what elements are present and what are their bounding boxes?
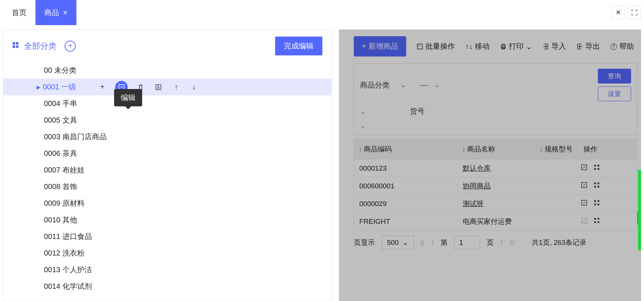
prev-page-button[interactable]: ⟨ — [431, 239, 434, 247]
table-row: 0000029测试呀 — [354, 195, 637, 212]
row-edit-icon[interactable] — [581, 182, 588, 190]
chevron-down-icon[interactable]: ⌄ — [434, 81, 440, 89]
category-item[interactable]: 0009 原材料 — [3, 195, 331, 212]
category-item[interactable]: 0008 首饰 — [3, 178, 331, 195]
green-indicator — [638, 170, 641, 250]
cell-name[interactable]: 默认仓库 — [458, 164, 535, 173]
table-row: FREIGHT电商买家付运费 — [354, 212, 637, 230]
move-up-icon[interactable]: ↑ — [171, 82, 181, 92]
category-item[interactable]: 0013 个人护洁 — [3, 261, 331, 278]
chevron-down-icon[interactable]: ⌄ — [360, 107, 366, 116]
plus-icon: + — [362, 42, 366, 51]
cell-name: 电商买家付运费 — [458, 217, 535, 226]
chevron-down-icon[interactable]: ⌄ — [360, 122, 366, 130]
category-label: 0014 化学试剂 — [44, 281, 92, 291]
category-item[interactable]: 0006 茶具 — [3, 145, 331, 162]
category-item[interactable]: 0014 化学试剂 — [3, 278, 331, 295]
category-label: 0009 原材料 — [44, 198, 85, 208]
cell-name[interactable]: 测试呀 — [458, 199, 535, 209]
tab-product[interactable]: 商品 ✕ — [35, 0, 76, 25]
help-icon: ? — [610, 43, 617, 50]
row-more-icon[interactable] — [593, 182, 600, 190]
svg-rect-6 — [597, 165, 599, 167]
svg-rect-18 — [597, 203, 599, 205]
row-more-icon[interactable] — [593, 217, 600, 226]
category-label: 0005 文具 — [44, 115, 77, 125]
filter-panel: 商品分类 ⌄ — ⌄ 查询 设置 ⌄ 货号 ⌄ — [354, 63, 637, 135]
th-spec[interactable]: ▴▾规格型号 — [535, 144, 572, 154]
chevron-down-icon: ⌄ — [402, 238, 408, 247]
grid-icon — [12, 42, 19, 50]
move-label: 移动 — [475, 41, 490, 51]
perpage-select[interactable]: 500 ⌄ — [381, 236, 414, 249]
import-button[interactable]: 导入 — [542, 41, 566, 51]
category-item[interactable]: 0012 洗衣粉 — [3, 245, 331, 261]
help-button[interactable]: ? 帮助 — [610, 41, 634, 51]
row-more-icon[interactable] — [593, 164, 600, 172]
add-product-button[interactable]: + 新增商品 — [354, 36, 406, 57]
detail-icon[interactable] — [154, 82, 163, 92]
category-label: 0010 其他 — [44, 215, 77, 225]
cell-ops — [572, 164, 609, 172]
svg-rect-23 — [597, 221, 599, 223]
category-item[interactable]: 0011 进口食品 — [3, 228, 331, 245]
cell-code: FREIGHT — [354, 218, 458, 226]
category-item[interactable]: 00 未分类 — [3, 62, 331, 79]
svg-rect-22 — [594, 221, 596, 223]
first-page-button[interactable]: |⟨ — [421, 239, 425, 247]
svg-rect-2 — [502, 44, 504, 46]
category-label: 0003 南昌门店商品 — [44, 132, 107, 142]
print-label: 打印 — [509, 41, 524, 51]
perpage-prefix: 页显示 — [354, 238, 375, 247]
svg-rect-10 — [594, 182, 596, 184]
next-page-button[interactable]: ⟩ — [500, 239, 503, 247]
settings-button[interactable]: 设置 — [598, 86, 631, 101]
fullscreen-button[interactable] — [628, 6, 641, 19]
category-label: 0013 个人护洁 — [44, 265, 92, 275]
category-list[interactable]: 00 未分类▶0001 一级+↑↓0004 手串0005 文具0003 南昌门店… — [3, 62, 331, 301]
category-item[interactable]: 0003 南昌门店商品 — [3, 129, 331, 145]
category-item[interactable]: 0004 手串 — [3, 95, 331, 112]
page-summary: 共1页, 263条记录 — [532, 238, 586, 247]
svg-rect-25 — [16, 42, 18, 45]
svg-rect-26 — [13, 45, 15, 48]
finish-edit-button[interactable]: 完成编辑 — [275, 37, 322, 55]
tab-home[interactable]: 首页 — [3, 0, 35, 25]
row-more-icon[interactable] — [593, 199, 600, 208]
move-down-icon[interactable]: ↓ — [189, 82, 199, 92]
chevron-down-icon: ⌄ — [526, 42, 532, 51]
row-edit-icon[interactable] — [581, 199, 588, 208]
export-label: 导出 — [585, 41, 600, 51]
category-label: 0001 一级 — [43, 82, 76, 92]
export-button[interactable]: 导出 — [576, 41, 600, 51]
close-all-button[interactable]: ✕ — [612, 6, 625, 19]
category-item[interactable]: 0010 其他 — [3, 212, 331, 228]
page-suffix: 页 — [487, 238, 494, 247]
add-child-icon[interactable]: + — [97, 82, 107, 92]
close-icon[interactable]: ✕ — [63, 9, 68, 16]
table-row: 000600001协同商品 — [354, 177, 637, 195]
edit-tooltip: 编辑 — [114, 89, 142, 106]
chevron-down-icon[interactable]: ⌄ — [401, 81, 406, 89]
page-prefix: 第 — [441, 238, 448, 247]
move-button[interactable]: ↑↓ 移动 — [465, 41, 490, 51]
filter-category-label: 商品分类 — [360, 80, 393, 90]
print-button[interactable]: 打印 ⌄ — [500, 41, 532, 51]
toolbar: + 新增商品 批量操作 ↑↓ 移动 打印 ⌄ 导入 — [339, 30, 641, 63]
batch-ops-button[interactable]: 批量操作 — [417, 41, 455, 51]
svg-rect-7 — [594, 168, 596, 170]
category-item[interactable]: 0005 文具 — [3, 112, 331, 129]
cell-name[interactable]: 协同商品 — [458, 181, 535, 191]
add-category-button[interactable]: + — [65, 41, 76, 52]
category-item[interactable]: 0007 布娃娃 — [3, 162, 331, 178]
category-label: 00 未分类 — [44, 65, 76, 75]
category-label: 0011 进口食品 — [44, 232, 92, 242]
page-input[interactable]: 1 — [454, 236, 480, 249]
query-button[interactable]: 查询 — [598, 69, 631, 83]
last-page-button[interactable]: ⟩| — [510, 239, 514, 247]
th-name[interactable]: ▴▾商品名称 — [458, 144, 535, 154]
category-item[interactable]: ▶0001 一级+↑↓ — [3, 79, 331, 95]
row-edit-icon[interactable] — [581, 164, 588, 172]
category-label: 0006 茶具 — [44, 148, 77, 158]
th-code[interactable]: ▴▾商品编码 — [354, 144, 458, 154]
